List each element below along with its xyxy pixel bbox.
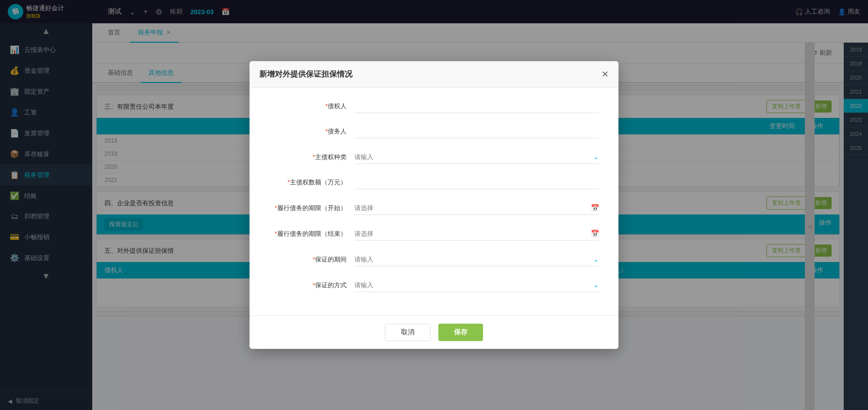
date-start: 📅 (354, 201, 599, 215)
chevron-down3-icon: ⌄ (593, 281, 599, 289)
form-row-start-date: *履行债务的期限（开始） 📅 (269, 201, 599, 215)
label-amount: *主债权数额（万元） (269, 178, 347, 187)
input-zhaiwuren[interactable] (354, 125, 599, 138)
label-baozhengqijian: *保证的期间 (269, 255, 347, 264)
select-baozhengfangshi[interactable]: ⌄ (354, 278, 599, 292)
form-row-baozhengfangshi: *保证的方式 ⌄ (269, 278, 599, 292)
select-baozhengqijian[interactable]: ⌄ (354, 252, 599, 266)
modal-title: 新增对外提供保证担保情况 (259, 69, 352, 80)
input-start-date[interactable] (354, 204, 591, 212)
label-zhaiwuren: *债务人 (269, 127, 347, 136)
modal-body: *债权人 *债务人 *主债权种类 ⌄ (250, 88, 618, 315)
select-zhuzhaiquan[interactable]: ⌄ (354, 150, 599, 164)
modal-header: 新增对外提供保证担保情况 ✕ (250, 61, 618, 88)
save-button[interactable]: 保存 (438, 324, 483, 341)
cancel-button[interactable]: 取消 (385, 324, 431, 341)
chevron-down-icon: ⌄ (593, 153, 599, 161)
form-row-amount: *主债权数额（万元） (269, 176, 599, 189)
input-zhaiquanren[interactable] (354, 99, 599, 113)
input-baozhengqijian[interactable] (354, 256, 593, 263)
modal-footer: 取消 保存 (250, 315, 618, 349)
label-end-date: *履行债务的期限（结束） (269, 230, 347, 238)
form-row-baozhengqijian: *保证的期间 ⌄ (269, 252, 599, 266)
input-baozhengfangshi[interactable] (354, 281, 593, 289)
label-start-date: *履行债务的期限（开始） (269, 204, 347, 213)
form-row-zhaiquanren: *债权人 (269, 99, 599, 113)
modal-overlay: 新增对外提供保证担保情况 ✕ *债权人 *债务人 *主债权种类 (0, 0, 868, 410)
form-row-zhaiwuren: *债务人 (269, 125, 599, 138)
date-end: 📅 (354, 227, 599, 241)
input-amount[interactable] (354, 176, 599, 189)
label-zhuzhaiquan: *主债权种类 (269, 153, 347, 162)
modal-dialog: 新增对外提供保证担保情况 ✕ *债权人 *债务人 *主债权种类 (250, 61, 618, 349)
chevron-down2-icon: ⌄ (593, 255, 599, 263)
calendar-start-icon[interactable]: 📅 (591, 204, 599, 212)
modal-close-btn[interactable]: ✕ (601, 69, 609, 80)
label-zhaiquanren: *债权人 (269, 102, 347, 111)
input-end-date[interactable] (354, 230, 591, 237)
label-baozhengfangshi: *保证的方式 (269, 281, 347, 290)
input-zhuzhaiquan[interactable] (354, 153, 593, 161)
form-row-zhuzhaiquan: *主债权种类 ⌄ (269, 150, 599, 164)
form-row-end-date: *履行债务的期限（结束） 📅 (269, 227, 599, 241)
calendar-end-icon[interactable]: 📅 (591, 230, 599, 237)
